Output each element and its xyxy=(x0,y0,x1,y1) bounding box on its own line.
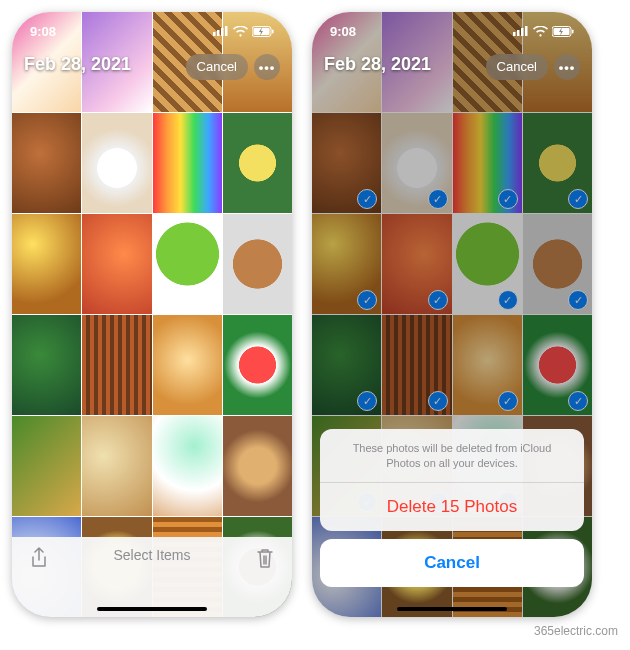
status-bar: 9:08 xyxy=(12,12,292,50)
action-sheet: These photos will be deleted from iCloud… xyxy=(312,421,592,617)
photo-thumbnail[interactable] xyxy=(82,315,151,415)
svg-rect-3 xyxy=(225,26,228,36)
date-title: Feb 28, 2021 xyxy=(324,54,431,75)
photo-thumbnail[interactable] xyxy=(12,214,81,314)
home-indicator[interactable] xyxy=(97,607,207,611)
svg-rect-1 xyxy=(217,30,220,36)
cancel-button[interactable]: Cancel xyxy=(186,54,248,80)
ellipsis-icon: ••• xyxy=(559,60,576,75)
watermark: 365electric.com xyxy=(534,624,618,629)
photo-thumbnail[interactable] xyxy=(223,416,292,516)
more-button[interactable]: ••• xyxy=(554,54,580,80)
date-title: Feb 28, 2021 xyxy=(24,54,131,75)
signal-icon xyxy=(513,26,529,36)
photo-thumbnail[interactable] xyxy=(153,416,222,516)
photo-thumbnail[interactable] xyxy=(12,315,81,415)
wifi-icon xyxy=(233,26,248,37)
status-icons xyxy=(213,26,274,37)
photo-thumbnail[interactable] xyxy=(82,416,151,516)
svg-rect-2 xyxy=(221,28,224,36)
more-button[interactable]: ••• xyxy=(254,54,280,80)
photo-thumbnail[interactable] xyxy=(153,214,222,314)
photo-grid xyxy=(12,12,292,617)
status-time: 9:08 xyxy=(30,24,56,39)
photo-thumbnail[interactable] xyxy=(223,113,292,213)
bottom-toolbar: Select Items xyxy=(12,537,292,617)
svg-rect-9 xyxy=(521,28,524,36)
share-icon xyxy=(30,547,48,569)
svg-rect-0 xyxy=(213,32,216,36)
cancel-button[interactable]: Cancel xyxy=(486,54,548,80)
photo-thumbnail[interactable] xyxy=(153,315,222,415)
share-button[interactable] xyxy=(30,547,48,569)
phone-right: ✓ ✓ ✓ ✓ ✓ ✓ ✓ ✓ ✓ ✓ ✓ ✓ ✓ ✓ ✓ 9:08 xyxy=(312,12,592,617)
photo-thumbnail[interactable] xyxy=(12,416,81,516)
trash-icon xyxy=(256,547,274,569)
phone-left: 9:08 Feb 28, 2021 Cancel ••• Select Item… xyxy=(12,12,292,617)
svg-rect-6 xyxy=(272,29,274,33)
photo-thumbnail[interactable] xyxy=(82,113,151,213)
battery-charging-icon xyxy=(552,26,574,37)
photo-thumbnail[interactable] xyxy=(82,214,151,314)
action-sheet-group: These photos will be deleted from iCloud… xyxy=(320,429,584,531)
status-time: 9:08 xyxy=(330,24,356,39)
action-sheet-cancel-button[interactable]: Cancel xyxy=(320,539,584,587)
action-sheet-message: These photos will be deleted from iCloud… xyxy=(320,429,584,482)
svg-rect-7 xyxy=(513,32,516,36)
home-indicator[interactable] xyxy=(397,607,507,611)
status-bar: 9:08 xyxy=(312,12,592,50)
delete-photos-button[interactable]: Delete 15 Photos xyxy=(320,483,584,531)
battery-charging-icon xyxy=(252,26,274,37)
svg-rect-13 xyxy=(572,29,574,33)
svg-rect-8 xyxy=(517,30,520,36)
trash-button[interactable] xyxy=(256,547,274,569)
select-items-label: Select Items xyxy=(48,547,256,563)
photo-thumbnail[interactable] xyxy=(12,113,81,213)
svg-rect-10 xyxy=(525,26,528,36)
photo-thumbnail[interactable] xyxy=(153,113,222,213)
ellipsis-icon: ••• xyxy=(259,60,276,75)
signal-icon xyxy=(213,26,229,36)
status-icons xyxy=(513,26,574,37)
photo-thumbnail[interactable] xyxy=(223,315,292,415)
wifi-icon xyxy=(533,26,548,37)
photo-thumbnail[interactable] xyxy=(223,214,292,314)
